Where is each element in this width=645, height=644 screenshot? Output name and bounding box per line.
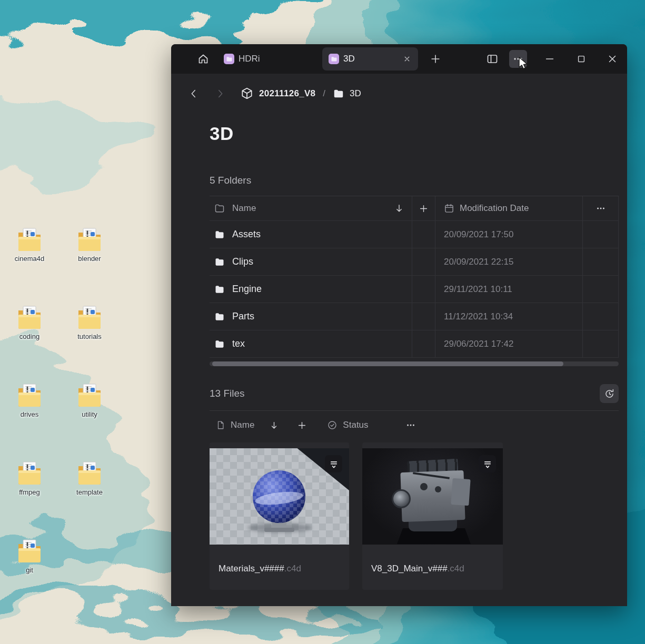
- column-modification-date[interactable]: Modification Date: [435, 196, 583, 220]
- folder-row[interactable]: Engine 29/11/2021 10:11: [210, 276, 619, 303]
- files-section-heading: 13 Files: [210, 384, 619, 411]
- file-basename: V8_3D_Main_v###: [371, 564, 448, 573]
- files-count: 13 Files: [210, 388, 245, 399]
- clock-arrow-icon: [604, 388, 615, 399]
- add-folder-button[interactable]: [412, 196, 435, 220]
- folder-row[interactable]: Assets 20/09/2021 17:50: [210, 221, 619, 248]
- folder-icon: [16, 304, 43, 331]
- folder-icon: [214, 311, 225, 322]
- home-button[interactable]: [196, 52, 211, 66]
- new-tab-button[interactable]: [429, 52, 442, 66]
- folder-icon: [330, 55, 338, 63]
- folder-icon: [214, 339, 225, 349]
- files-more-button[interactable]: [405, 420, 416, 430]
- sort-arrow-down-icon[interactable]: [269, 420, 279, 430]
- close-icon: [607, 53, 618, 65]
- house-icon: [197, 53, 210, 65]
- folder-icon: [16, 226, 43, 254]
- folder-name[interactable]: Parts: [232, 311, 254, 322]
- icon-label: cinema4d: [15, 255, 44, 263]
- purple-folder-swatch: [329, 54, 339, 64]
- desktop-icon-git[interactable]: git: [4, 538, 55, 574]
- folder-date: 20/09/2021 22:15: [444, 257, 513, 267]
- folder-row[interactable]: tex 29/06/2021 17:42: [210, 330, 619, 358]
- page-title: 3D: [210, 123, 619, 144]
- maximize-button[interactable]: [574, 52, 589, 66]
- sidebar-toggle-button[interactable]: [485, 52, 500, 66]
- column-date-label: Modification Date: [460, 203, 529, 214]
- desktop-icon-coding[interactable]: coding: [4, 304, 55, 340]
- tab-3d-active[interactable]: 3D: [322, 47, 418, 71]
- mouse-cursor: [518, 57, 531, 71]
- breadcrumb: 20211126_V8 / 3D: [187, 83, 619, 104]
- icon-label: git: [26, 566, 33, 574]
- breadcrumb-current[interactable]: 3D: [350, 88, 361, 99]
- icon-label: drives: [21, 410, 39, 418]
- sort-arrow-down-icon[interactable]: [394, 203, 404, 214]
- app-window: HDRi 3D: [171, 44, 627, 606]
- version-stack-icon[interactable]: [325, 455, 342, 472]
- folder-icon: [16, 460, 43, 487]
- close-button[interactable]: [605, 52, 620, 66]
- add-file-button[interactable]: [297, 420, 307, 430]
- scrollbar-thumb[interactable]: [212, 361, 563, 366]
- purple-folder-swatch: [224, 54, 234, 64]
- icon-label: template: [76, 488, 103, 496]
- breadcrumb-project[interactable]: 20211126_V8: [259, 88, 315, 99]
- desktop-icon-drives[interactable]: drives: [4, 382, 55, 418]
- folder-name[interactable]: Clips: [232, 256, 253, 267]
- version-stack-icon[interactable]: [479, 455, 496, 472]
- folder-icon: [16, 538, 43, 565]
- tab-label: 3D: [343, 54, 355, 64]
- desktop-icon-cinema4d[interactable]: cinema4d: [4, 226, 55, 263]
- folder-icon: [76, 460, 103, 487]
- tab-label: HDRi: [239, 54, 260, 64]
- folder-row[interactable]: Clips 20/09/2021 22:15: [210, 248, 619, 276]
- column-name[interactable]: Name: [210, 196, 412, 220]
- folder-name[interactable]: tex: [232, 338, 245, 349]
- chevron-left-icon: [188, 88, 200, 99]
- folder-icon: [16, 382, 43, 409]
- folder-name[interactable]: Assets: [232, 229, 261, 240]
- file-name: V8_3D_Main_v###.c4d: [362, 564, 503, 574]
- page-icon: [216, 420, 225, 430]
- files-column-status[interactable]: Status: [343, 420, 368, 430]
- history-button[interactable]: [600, 384, 619, 403]
- forward-button[interactable]: [214, 87, 226, 100]
- files-table-header: Name Status: [210, 413, 619, 437]
- file-extension: .c4d: [448, 564, 464, 573]
- desktop-icon-utility[interactable]: utility: [64, 382, 115, 418]
- folder-icon: [225, 55, 233, 63]
- circle-check-icon: [327, 420, 338, 430]
- folder-icon: [76, 382, 103, 409]
- files-column-name[interactable]: Name: [231, 420, 254, 430]
- folder-icon: [214, 229, 225, 240]
- desktop-icon-tutorials[interactable]: tutorials: [64, 304, 115, 340]
- desktop-icon-ffmpeg[interactable]: ffmpeg: [4, 460, 55, 496]
- file-name: Materials_v####.c4d: [210, 564, 349, 574]
- folder-row[interactable]: Parts 11/12/2021 10:34: [210, 303, 619, 330]
- minimize-icon: [544, 53, 555, 65]
- minimize-button[interactable]: [542, 52, 557, 66]
- folder-date: 29/11/2021 10:11: [444, 284, 512, 295]
- folder-icon: [214, 284, 225, 295]
- tab-hdri[interactable]: HDRi: [224, 51, 260, 67]
- horizontal-scrollbar[interactable]: [210, 361, 619, 366]
- icon-label: ffmpeg: [19, 488, 40, 496]
- maximize-icon: [576, 54, 587, 64]
- sidebar-toggle-icon: [486, 53, 499, 65]
- desktop-icon-template[interactable]: template: [64, 460, 115, 496]
- chevron-right-icon: [214, 88, 226, 99]
- desktop-icon-blender[interactable]: blender: [64, 226, 115, 263]
- folders-more-button[interactable]: [583, 196, 619, 220]
- back-button[interactable]: [187, 87, 200, 100]
- titlebar[interactable]: HDRi 3D: [171, 44, 627, 74]
- plus-icon: [419, 204, 429, 214]
- file-card-v8-main[interactable]: V8_3D_Main_v###.c4d: [362, 442, 503, 590]
- ellipsis-icon: [596, 203, 606, 214]
- file-thumbnail-engine: [362, 448, 503, 545]
- file-card-materials[interactable]: Materials_v####.c4d: [210, 442, 349, 590]
- tab-close-icon[interactable]: [402, 54, 412, 64]
- folder-name[interactable]: Engine: [232, 284, 262, 295]
- icon-label: coding: [19, 333, 39, 340]
